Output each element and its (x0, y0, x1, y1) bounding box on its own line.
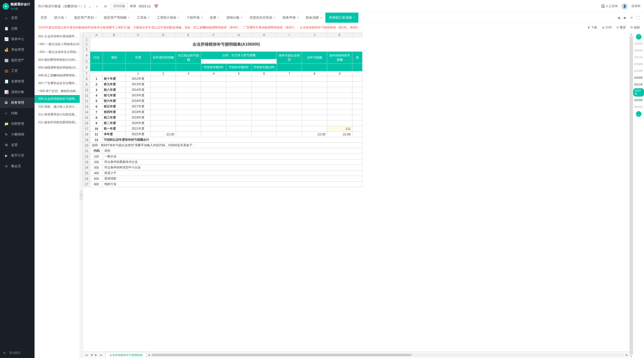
cell-rowno[interactable]: 1 (90, 76, 103, 82)
col-header-D[interactable]: D (151, 33, 176, 37)
settings-icon[interactable]: ⚙ (102, 3, 108, 9)
cell-item[interactable]: 前三年度 (103, 115, 126, 121)
col-header-I[interactable]: I (277, 33, 302, 37)
tab-close-icon[interactable]: × (65, 16, 67, 19)
sidebar-unpin[interactable]: ⇤ 取消固定 (0, 347, 35, 358)
cell-item[interactable]: 前四年度 (103, 109, 126, 115)
cell-domestic[interactable] (151, 87, 176, 93)
nav-item-13[interactable]: ▶新手引导 (0, 150, 35, 161)
cell-rowno[interactable]: 8 (90, 115, 103, 121)
cell-curloss[interactable] (302, 82, 327, 87)
nav-item-9[interactable]: ✓结账 (0, 108, 35, 118)
report-item-1[interactable]: ?002-一般企业收入明细表(A10... (35, 40, 80, 48)
cell-rowno[interactable]: 12 (90, 137, 103, 143)
row-header-1[interactable]: 1 (83, 37, 90, 42)
cell-curloss[interactable]: -22.00 (302, 132, 327, 137)
year-down-icon[interactable]: ⌄ (636, 111, 641, 117)
report-item-3[interactable]: 004-期间费用明细表(A1040... (35, 56, 80, 64)
sheet-nav-prev-icon[interactable]: ◀ (90, 353, 93, 356)
cell-domestic[interactable] (151, 115, 176, 121)
cell-pending[interactable] (327, 121, 352, 126)
tab-close-icon[interactable]: × (95, 16, 97, 19)
cell-curloss[interactable] (302, 76, 327, 82)
tab-4[interactable]: 工资表× (133, 13, 153, 23)
report-item-5[interactable]: 006-职工薪酬纳税调整明细... (35, 72, 80, 79)
cell-year[interactable]: 2019年度 (126, 115, 151, 121)
hscroll-right-icon[interactable]: ▶ (626, 353, 628, 356)
refresh-button[interactable]: ⟳刷新 (630, 25, 640, 30)
tab-close-icon[interactable]: × (241, 16, 242, 19)
cell-rowno[interactable]: 5 (90, 98, 103, 104)
cell-item[interactable]: 前十年度 (103, 76, 126, 82)
cell-pending[interactable] (327, 87, 352, 93)
report-item-8[interactable]: 009-企业所得税弥补亏损明... (35, 95, 80, 103)
fullscreen-icon[interactable]: ⛶ (635, 14, 641, 21)
tab-6[interactable]: 个税申报× (183, 13, 206, 23)
cell-year[interactable]: 2018年度 (126, 109, 151, 115)
cell-domestic[interactable]: -22.00 (151, 132, 176, 137)
cell-domestic[interactable] (151, 121, 176, 126)
cell-item[interactable]: 前二年度 (103, 121, 126, 126)
consult-link[interactable]: 🎧 人工咨询 (601, 4, 618, 8)
report-item-0[interactable]: 001-企业所得税年度纳税申... (35, 33, 80, 40)
vscroll-down-icon[interactable]: ▼ (630, 354, 633, 358)
vscroll-up-icon[interactable]: ▲ (630, 33, 633, 36)
cell-item[interactable]: 本年度 (103, 132, 126, 137)
cell-year[interactable]: 2020年度 (126, 121, 151, 126)
cell-rowno[interactable]: 3 (90, 87, 103, 93)
nav-item-12[interactable]: ⚙设置 (0, 140, 35, 150)
cell-curloss[interactable] (302, 121, 327, 126)
reset-button[interactable]: ↺重置 (616, 25, 626, 30)
row-header-3[interactable]: 3 (83, 47, 90, 52)
report-item-2[interactable]: ?003-一般企业成本支出明细... (35, 48, 80, 56)
sheet-nav-last-icon[interactable]: ⏭ (99, 353, 103, 356)
nav-item-14[interactable]: ♔畅会员 (0, 161, 35, 171)
nav-item-2[interactable]: 📈报表中心 (0, 34, 35, 44)
tab-11[interactable]: 税表清册× (302, 13, 325, 23)
vscroll[interactable]: ▲ ▼ (629, 33, 633, 358)
col-header-A[interactable]: A (90, 33, 103, 37)
tab-1[interactable]: 统计表× (51, 13, 71, 23)
sheet-tab[interactable]: 企业所得税弥补亏损明细表 (106, 352, 146, 358)
tab-close-icon[interactable]: × (201, 16, 203, 19)
spreadsheet[interactable]: ABCDEFGHIJK12企业所得税弥补亏损明细表(A106000)34行次项目… (83, 33, 629, 351)
cell-rowno[interactable]: 7 (90, 109, 103, 115)
row-header-2[interactable]: 2 (83, 42, 90, 47)
year-2020年[interactable]: 2020年 (634, 75, 643, 81)
cell-curloss[interactable] (302, 104, 327, 109)
collapse-handle[interactable]: « (80, 33, 83, 358)
cell-pending[interactable] (327, 82, 352, 87)
report-item-10[interactable]: 011-研发费用加计扣除优惠... (35, 111, 80, 118)
nav-item-6[interactable]: 🧾发票管理 (0, 76, 35, 87)
cell-domestic[interactable] (151, 76, 176, 82)
cell-item[interactable]: 前六年度 (103, 98, 126, 104)
col-header-H[interactable]: H (252, 33, 277, 37)
col-header-G[interactable]: G (226, 33, 252, 37)
nav-item-10[interactable]: 📁归档管理 (0, 118, 35, 129)
hscroll-track[interactable] (151, 354, 624, 356)
year-2021年[interactable]: 2021年 (634, 81, 643, 88)
tab-close-all-icon[interactable]: ✕ (628, 14, 635, 21)
cell-pending[interactable]: 111 (327, 126, 352, 132)
cell-domestic[interactable] (151, 82, 176, 87)
sheet-nav-first-icon[interactable]: ⏮ (84, 353, 89, 356)
cell-year[interactable]: 2013年度 (126, 82, 151, 87)
old-version-button[interactable]: 切到旧版 (111, 3, 128, 9)
account-selector[interactable]: 刘小艳演示账套（勿删勿动！）1 (38, 4, 86, 9)
user-name[interactable]: 徐泽华 (631, 4, 640, 8)
tab-12[interactable]: 所得税汇算清缴× (325, 13, 358, 23)
cell-pending[interactable] (327, 104, 352, 109)
cell-item[interactable]: 前五年度 (103, 104, 126, 109)
cell-year[interactable]: 2017年度 (126, 104, 151, 109)
cell-year[interactable]: 2015年度 (126, 93, 151, 98)
report-item-4[interactable]: 005-纳税调整项目明细表(A1... (35, 64, 80, 72)
cell-rowno[interactable]: 4 (90, 93, 103, 98)
nav-item-4[interactable]: 🏢固定资产 (0, 55, 35, 66)
report-item-6[interactable]: 007-广告费和业务宣传费跨... (35, 79, 80, 87)
cell-rowno[interactable]: 9 (90, 121, 103, 126)
tab-close-icon[interactable]: × (218, 16, 219, 19)
cell-domestic[interactable] (151, 109, 176, 115)
tab-0[interactable]: 首页 (37, 13, 51, 23)
nav-item-3[interactable]: 💰资金管理 (0, 44, 35, 55)
vscroll-thumb[interactable] (630, 36, 633, 354)
